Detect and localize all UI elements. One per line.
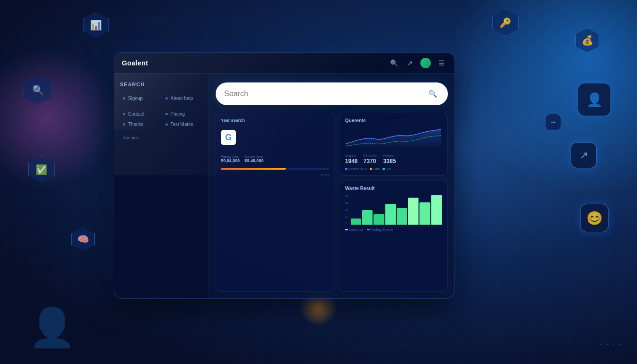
stat-value-pinned: 3385 xyxy=(383,158,396,164)
google-logo: G xyxy=(221,130,236,145)
sidebar-item-thanks[interactable]: Thanks xyxy=(120,120,161,129)
line-chart-svg xyxy=(345,127,442,148)
right-content: 🔍 Year search G xyxy=(209,74,455,299)
y-label-15: 15 xyxy=(345,209,348,211)
legend-text-admins: Admins 60% xyxy=(348,167,367,171)
amount-item-2: Course Jobs $9,48,000 xyxy=(245,155,264,163)
amount-label-2: Course Jobs xyxy=(245,155,264,158)
legend-line-posting xyxy=(367,229,370,230)
legend-cand-list: Cand List xyxy=(345,228,363,231)
sidebar-dot xyxy=(123,123,125,126)
waste-bar-1 xyxy=(351,218,361,225)
sidebar-label-contact: Contact xyxy=(128,111,144,117)
legend-text-posting: Posting Search xyxy=(371,228,393,231)
legend-posting-search: Posting Search xyxy=(367,228,393,231)
year-search-amounts: Fusing Jobs $9,84,000 Course Jobs $9,48,… xyxy=(221,155,329,163)
sidebar-row-1: Signup About help xyxy=(120,94,203,103)
sidebar-section-2: Contact Pricing Thanks Test Marks xyxy=(120,109,203,129)
amount-item-1: Fusing Jobs $9,84,000 xyxy=(221,155,240,163)
sidebar-label-about: About help xyxy=(171,96,193,101)
app-logo: Goalent xyxy=(122,59,148,67)
currents-card: Querents xyxy=(339,113,448,176)
stat-value-retention: 7370 xyxy=(364,158,378,164)
main-window: Goalent 🔍 ↗ ☰ Search Signup About hel xyxy=(114,52,455,299)
outer-person-icon: 👤 xyxy=(578,83,611,116)
waste-bar-2 xyxy=(362,210,373,225)
legend-line-candlist xyxy=(345,229,348,230)
connect-label: Connect xyxy=(120,136,203,140)
top-bar: Goalent 🔍 ↗ ☰ xyxy=(114,53,455,74)
bars-container xyxy=(351,195,442,225)
legend-admins: Admins 60% xyxy=(345,167,367,171)
search-area: 🔍 xyxy=(216,81,448,107)
legend-dot-admins xyxy=(345,168,347,170)
topbar-avatar[interactable] xyxy=(420,58,431,68)
amount-value-1: $9,84,000 xyxy=(221,158,240,163)
sidebar-item-about[interactable]: About help xyxy=(163,94,203,103)
sidebar-section-1: Signup About help xyxy=(120,94,203,103)
legend-text-candlist: Cand List xyxy=(349,228,363,231)
small-right-icon-1: → xyxy=(545,114,561,131)
stat-acquire: Acquire 1948 xyxy=(345,154,358,164)
y-label-20: 20 xyxy=(345,201,348,204)
search-submit-icon[interactable]: 🔍 xyxy=(426,87,439,100)
charts-section: Year search G xyxy=(216,113,448,292)
top-bar-icons: 🔍 ↗ ☰ xyxy=(388,57,447,69)
y-axis: 25 20 15 10 5 xyxy=(345,195,348,225)
right-panel: Querents xyxy=(339,113,448,292)
legend-text-col: Col xyxy=(386,167,391,171)
waste-bar-4 xyxy=(385,204,396,225)
sidebar-dot xyxy=(165,123,168,126)
topbar-search-icon[interactable]: 🔍 xyxy=(388,57,400,69)
y-label-5: 5 xyxy=(345,222,348,225)
legend-dot-col xyxy=(382,168,385,170)
outer-smile-icon: 😊 xyxy=(580,204,609,232)
search-bar[interactable]: 🔍 xyxy=(216,82,448,105)
sidebar-title: Search xyxy=(120,82,203,87)
progress-label-row: Cons xyxy=(221,173,329,177)
legend-text-plus: Plus xyxy=(373,167,380,171)
waste-bar-3 xyxy=(373,214,384,225)
sidebar-label-testmarks: Test Marks xyxy=(171,122,193,127)
left-sidebar: Search Signup About help xyxy=(114,74,209,299)
search-input[interactable] xyxy=(224,90,421,98)
sidebar-item-pricing[interactable]: Pricing xyxy=(163,109,203,118)
waste-result-title: Waste Result xyxy=(345,186,442,191)
waste-bar-7 xyxy=(419,202,430,225)
progress-label: Cons xyxy=(321,173,329,177)
sidebar-item-signup[interactable]: Signup xyxy=(120,94,161,103)
sidebar-row-3: Thanks Test Marks xyxy=(120,120,203,129)
stat-label-retention: Retention xyxy=(364,154,378,157)
year-search-bar-chart xyxy=(240,126,246,149)
progress-track xyxy=(221,168,329,170)
stat-label-acquire: Acquire xyxy=(345,154,358,157)
y-label-25: 25 xyxy=(345,195,348,198)
stat-retention: Retention 7370 xyxy=(364,154,378,164)
sidebar-item-contact[interactable]: Contact xyxy=(120,109,161,118)
topbar-share-icon[interactable]: ↗ xyxy=(404,57,416,69)
sidebar-dot xyxy=(123,97,125,100)
dot-grid xyxy=(601,344,623,345)
year-search-title: Year search xyxy=(221,118,329,123)
waste-legend: Cand List Posting Search xyxy=(345,228,442,231)
stat-numbers: Acquire 1948 Retention 7370 Pinned 3385 xyxy=(345,154,442,164)
waste-bar-8 xyxy=(431,195,442,225)
progress-fill-orange xyxy=(221,168,286,170)
legend-plus: Plus xyxy=(370,167,380,171)
currents-title: Querents xyxy=(345,118,442,123)
topbar-menu-icon[interactable]: ☰ xyxy=(436,57,447,69)
stat-label-pinned: Pinned xyxy=(383,154,396,157)
sidebar-row-2: Contact Pricing xyxy=(120,109,203,118)
sidebar-label-thanks: Thanks xyxy=(128,122,144,127)
year-search-content: G xyxy=(221,126,329,149)
sidebar-dot xyxy=(165,97,168,100)
sidebar-item-testmarks[interactable]: Test Marks xyxy=(163,120,203,129)
sidebar-dot xyxy=(165,113,168,115)
sidebar-label-signup: Signup xyxy=(128,96,143,101)
legend-dot-plus xyxy=(370,168,372,170)
sidebar-label-pricing: Pricing xyxy=(171,111,185,117)
stat-pinned: Pinned 3385 xyxy=(383,154,396,164)
outer-arrow-icon: ↗ xyxy=(571,142,597,168)
legend-col: Col xyxy=(382,167,391,171)
amount-value-2: $9,48,000 xyxy=(245,158,264,163)
